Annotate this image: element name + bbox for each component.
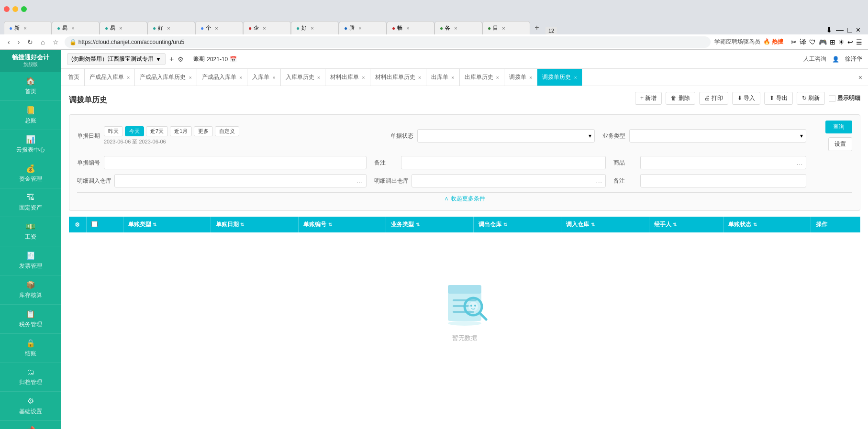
checkbox-display[interactable] [829,95,835,102]
brightness-icon[interactable]: ☀ [838,38,845,46]
sidebar-item-guide[interactable]: 📌 新手引导 [0,421,61,429]
bookmark-button[interactable]: ☆ [51,37,61,47]
nav-tab-transfer-history[interactable]: 调拨单历史 × [537,69,582,86]
minimize-window-btn[interactable] [12,6,18,12]
nav-tab-transfer[interactable]: 调拨单 × [504,69,537,86]
browser-tab-11[interactable]: ● 目 × [482,21,530,34]
forward-button[interactable]: › [16,37,22,47]
filter-detail-out-select[interactable]: … [412,174,606,187]
export-button[interactable]: ⬆ 导出 [764,92,792,105]
maximize-window-btn[interactable] [21,6,27,12]
browser-tab-5[interactable]: ● 个 × [195,21,243,34]
sidebar-item-finance[interactable]: 💰 资金管理 [0,159,61,188]
nav-tab-out-order[interactable]: 出库单 × [426,69,459,86]
browser-tab-7[interactable]: ● 好 × [291,21,339,34]
table-col-doc-type[interactable]: 单账类型 ⇅ [123,217,211,232]
sidebar-item-wage[interactable]: 💵 工资 [0,217,61,246]
display-toggle[interactable]: 显示明细 [829,94,860,102]
close-icon[interactable]: × [856,26,860,34]
date-btn-custom[interactable]: 自定义 [215,126,239,136]
filter-detail-out-dots[interactable]: … [596,177,602,185]
date-btn-yesterday[interactable]: 昨天 [104,126,123,136]
tab-close-10[interactable]: × [454,25,457,31]
filter-goods-dots[interactable]: … [796,159,803,166]
tab-close-6[interactable]: × [263,25,266,31]
sidebar-item-home[interactable]: 🏠 首页 [0,72,61,101]
nav-tab-product-in[interactable]: 产成品入库单 × [85,69,135,86]
table-col-doc-no[interactable]: 单账编号 ⇅ [299,217,386,232]
browser-tab-3[interactable]: ● 易 × [100,21,147,34]
filter-docno-input[interactable] [104,156,367,169]
new-button[interactable]: + 新增 [635,92,662,105]
table-col-in-warehouse[interactable]: 调入仓库 ⇅ [561,217,649,232]
downloads-icon[interactable]: ⬇ [826,25,832,34]
sidebar-item-report[interactable]: 📊 云报表中心 [0,130,61,159]
grid-icon[interactable]: ⊞ [830,38,835,46]
home-button[interactable]: ⌂ [39,37,46,47]
close-window-btn[interactable] [4,6,10,12]
table-col-biz-type[interactable]: 业务类型 ⇅ [386,217,474,232]
back-button[interactable]: ‹ [6,37,12,47]
tab-close-7[interactable]: × [311,25,313,31]
sidebar-item-tax[interactable]: 📋 税务管理 [0,305,61,334]
menu-icon[interactable]: ☰ [856,38,862,46]
filter-detail-in-select[interactable]: … [114,174,367,187]
filter-remark-input[interactable] [401,156,606,169]
date-btn-1month[interactable]: 近1月 [170,126,192,136]
table-gear-header[interactable]: ⚙ [69,217,86,232]
query-button[interactable]: 查询 [825,121,852,133]
gamepad-icon[interactable]: 🎮 [819,38,827,46]
nav-tab-out-history[interactable]: 出库单历史 × [460,69,504,86]
table-checkbox-header[interactable] [86,217,123,232]
nav-tab-product-in-history[interactable]: 产成品入库单历史 × [135,69,197,86]
tab-close-4[interactable]: × [167,25,170,31]
sidebar-item-settings[interactable]: ⚙ 基础设置 [0,392,61,421]
tab-close-2[interactable]: × [71,25,74,31]
sidebar-item-invoice[interactable]: 🧾 发票管理 [0,246,61,275]
browser-tab-8[interactable]: ● 腾 × [339,21,387,34]
date-btn-today[interactable]: 今天 [125,126,144,136]
table-col-out-warehouse[interactable]: 调出仓库 ⇅ [474,217,561,232]
nav-tab-material-out-history[interactable]: 材料出库单历史 × [370,69,426,86]
nav-tab-close-out-history[interactable]: × [496,75,499,80]
nav-tab-close-product-in-history[interactable]: × [189,75,191,80]
nav-tab-home[interactable]: 首页 [63,69,85,86]
nav-tab-close-product-in2[interactable]: × [239,75,242,80]
user-service-link[interactable]: 人工咨询 [803,55,826,63]
nav-tab-in-history[interactable]: 入库单历史 × [281,69,325,86]
company-selector[interactable]: (勿删勿禁用）江西服宝测试专用 ▼ [67,53,166,65]
browser-tab-6[interactable]: ● 企 × [243,21,291,34]
filter-status-select[interactable]: ▾ [417,129,594,143]
browser-tab-2[interactable]: ● 易 × [52,21,100,34]
date-btn-7days[interactable]: 近7天 [146,126,168,136]
translate-icon[interactable]: 译 [800,38,806,46]
nav-tab-material-out[interactable]: 材料出库单 × [325,69,370,86]
tab-close-11[interactable]: × [502,25,505,31]
sidebar-item-closing[interactable]: 🔒 结账 [0,334,61,363]
restore-icon[interactable]: □ [847,26,852,34]
sidebar-item-asset[interactable]: 🏗 固定资产 [0,188,61,217]
refresh-button[interactable]: ↻ 刷新 [797,92,825,105]
nav-tab-close-material-out[interactable]: × [362,75,365,80]
tab-close-9[interactable]: × [406,25,409,31]
tab-close-1[interactable]: × [23,25,26,31]
table-col-doc-date[interactable]: 单账日期 ⇅ [211,217,299,232]
nav-tab-product-in2[interactable]: 产成品入库单 × [197,69,247,86]
tab-count-badge[interactable]: 12 [545,27,557,34]
tab-close-5[interactable]: × [215,25,218,31]
date-btn-more[interactable]: 更多 [194,126,213,136]
nav-tab-close-transfer[interactable]: × [529,75,532,80]
filter-business-select[interactable]: ▾ [629,129,806,143]
nav-tab-close-in-order[interactable]: × [272,75,275,80]
delete-button[interactable]: 🗑 删除 [666,92,695,105]
add-company-button[interactable]: + [169,55,174,64]
print-button[interactable]: 🖨 打印 [699,92,728,105]
period-selector[interactable]: 账期 2021-10 📅 [193,55,237,63]
minimize-icon[interactable]: — [836,26,844,34]
table-col-handler[interactable]: 经手人 ⇅ [649,217,723,232]
filter-goods-select[interactable]: … [640,156,806,169]
nav-tab-close-transfer-history[interactable]: × [574,75,577,80]
url-bar[interactable]: 🔒 https://cloud.chanjet.com/accounting/u… [65,36,711,48]
nav-tab-close-in-history[interactable]: × [317,75,320,80]
close-all-tabs-button[interactable]: × [855,74,866,81]
